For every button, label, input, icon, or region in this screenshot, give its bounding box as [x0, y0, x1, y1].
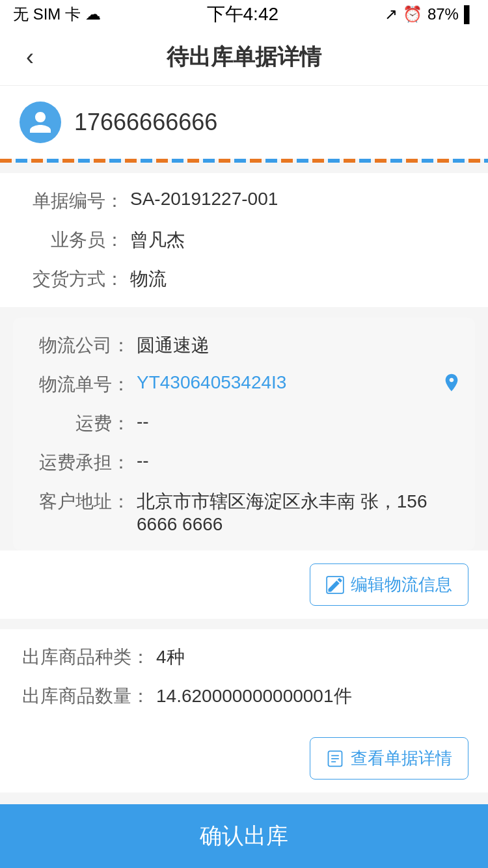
- goods-type-row: 出库商品种类： 4种: [20, 645, 468, 670]
- goods-type-label: 出库商品种类：: [20, 645, 150, 670]
- delivery-value: 物流: [130, 267, 468, 292]
- logistics-company-row: 物流公司： 圆通速递: [26, 333, 462, 358]
- delivery-row: 交货方式： 物流: [20, 267, 468, 292]
- confirm-btn-container: 确认出库: [0, 804, 488, 868]
- salesman-label: 业务员：: [20, 228, 124, 252]
- back-button[interactable]: ‹: [20, 37, 40, 77]
- status-left: 无 SIM 卡 ☁: [13, 4, 101, 25]
- view-detail-row: 查看单据详情: [0, 724, 488, 793]
- logistics-tracking-label: 物流单号：: [26, 372, 130, 397]
- status-right: ↗ ⏰ 87% ▌: [385, 5, 475, 23]
- customer-header: 17666666666: [0, 86, 488, 159]
- freight-label: 运费：: [26, 411, 130, 436]
- status-bar: 无 SIM 卡 ☁ 下午4:42 ↗ ⏰ 87% ▌: [0, 0, 488, 29]
- document-number-value: SA-20191227-001: [130, 189, 468, 210]
- alarm-icon: ⏰: [403, 5, 422, 23]
- goods-section: 出库商品种类： 4种 出库商品数量： 14.620000000000001件: [0, 629, 488, 724]
- page-title: 待出库单据详情: [167, 42, 321, 72]
- sim-status: 无 SIM 卡 ☁: [13, 4, 101, 25]
- salesman-value: 曾凡杰: [130, 228, 468, 252]
- document-number-label: 单据编号：: [20, 189, 124, 213]
- goods-count-row: 出库商品数量： 14.620000000000001件: [20, 684, 468, 709]
- confirm-outbound-button[interactable]: 确认出库: [20, 821, 468, 851]
- section-divider: [0, 619, 488, 629]
- battery-icon: ▌: [464, 5, 475, 23]
- view-detail-button[interactable]: 查看单据详情: [310, 737, 468, 780]
- edit-logistics-label: 编辑物流信息: [351, 573, 452, 596]
- goods-count-value: 14.620000000000001件: [156, 684, 468, 709]
- address-row: 客户地址： 北京市市辖区海淀区永丰南 张，156 6666 6666: [26, 489, 462, 535]
- edit-logistics-row: 编辑物流信息: [0, 550, 488, 619]
- status-time: 下午4:42: [207, 2, 279, 27]
- customer-phone: 17666666666: [74, 109, 217, 136]
- address-label: 客户地址：: [26, 489, 130, 514]
- freight-bear-label: 运费承担：: [26, 450, 130, 475]
- delivery-label: 交货方式：: [20, 267, 124, 292]
- salesman-row: 业务员： 曾凡杰: [20, 228, 468, 252]
- view-detail-label: 查看单据详情: [351, 747, 452, 770]
- location-status-icon: ↗: [385, 5, 398, 23]
- logistics-tracking-value: YT43064053424I3: [137, 372, 435, 393]
- document-info-section: 单据编号： SA-20191227-001 业务员： 曾凡杰 交货方式： 物流: [0, 173, 488, 307]
- document-number-row: 单据编号： SA-20191227-001: [20, 189, 468, 213]
- logistics-tracking-row: 物流单号： YT43064053424I3: [26, 372, 462, 397]
- goods-count-label: 出库商品数量：: [20, 684, 150, 709]
- person-icon: [27, 109, 53, 135]
- freight-bear-value: --: [137, 450, 462, 471]
- logistics-company-label: 物流公司：: [26, 333, 130, 358]
- address-value: 北京市市辖区海淀区永丰南 张，156 6666 6666: [137, 489, 462, 535]
- freight-bear-row: 运费承担： --: [26, 450, 462, 475]
- document-icon: [326, 750, 344, 768]
- avatar: [20, 102, 61, 143]
- nav-bar: ‹ 待出库单据详情: [0, 29, 488, 86]
- edit-logistics-button[interactable]: 编辑物流信息: [310, 563, 468, 606]
- dashed-separator: [0, 159, 488, 163]
- edit-icon: [326, 576, 344, 594]
- freight-row: 运费： --: [26, 411, 462, 436]
- goods-type-value: 4种: [156, 645, 468, 670]
- battery-level: 87%: [427, 5, 459, 23]
- logistics-company-value: 圆通速递: [137, 333, 462, 358]
- map-pin-icon[interactable]: [441, 372, 462, 393]
- freight-value: --: [137, 411, 462, 432]
- logistics-section: 物流公司： 圆通速递 物流单号： YT43064053424I3 运费： -- …: [13, 318, 475, 550]
